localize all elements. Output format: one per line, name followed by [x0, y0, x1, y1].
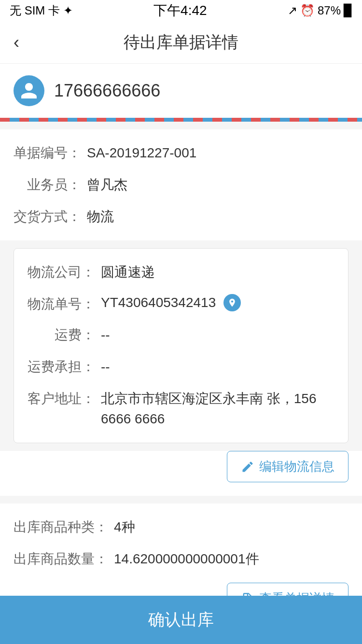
edit-logistics-label: 编辑物流信息 — [259, 458, 334, 475]
confirm-bar[interactable]: 确认出库 — [0, 596, 362, 644]
goods-types-value: 4种 — [114, 517, 348, 537]
salesman-value: 曾凡杰 — [87, 175, 348, 195]
delivery-label: 交货方式： — [14, 207, 81, 226]
battery-level: 87% — [318, 4, 341, 17]
customer-phone: 17666666666 — [54, 81, 160, 101]
delivery-row: 交货方式： 物流 — [14, 207, 348, 227]
goods-types-label: 出库商品种类： — [14, 517, 108, 536]
alarm-icon: ⏰ — [300, 4, 315, 17]
address-label: 客户地址： — [28, 389, 95, 408]
order-no-value: SA-20191227-001 — [87, 143, 348, 163]
goods-quantity-value: 14.620000000000001件 — [114, 549, 348, 569]
nav-bar: ‹ 待出库单据详情 — [0, 21, 362, 64]
freight-bearer-row: 运费承担： -- — [28, 357, 334, 377]
status-right: ↗ ⏰ 87% ▉ — [288, 4, 352, 17]
logistics-section: 物流公司： 圆通速递 物流单号： YT43064053424​13 运费： --… — [14, 248, 348, 443]
page-title: 待出库单据详情 — [124, 31, 238, 54]
address-row: 客户地址： 北京市市辖区海淀区永丰南 张，156 6666 6666 — [28, 389, 334, 429]
freight-label: 运费： — [28, 325, 95, 344]
salesman-row: 业务员： 曾凡杰 — [14, 175, 348, 195]
goods-quantity-row: 出库商品数量： 14.620000000000001件 — [14, 549, 348, 569]
location-icon[interactable] — [223, 294, 241, 311]
sim-status: 无 SIM 卡 ✦ — [10, 3, 73, 18]
status-time: 下午4:42 — [153, 1, 207, 20]
tracking-label: 物流单号： — [28, 294, 95, 313]
goods-section: 出库商品种类： 4种 出库商品数量： 14.620000000000001件 — [0, 504, 362, 583]
status-bar: 无 SIM 卡 ✦ 下午4:42 ↗ ⏰ 87% ▉ — [0, 0, 362, 21]
tracking-row: 物流单号： YT43064053424​13 — [28, 294, 334, 313]
customer-header: 17666666666 — [0, 64, 362, 118]
freight-row: 运费： -- — [28, 325, 334, 345]
freight-bearer-value: -- — [101, 357, 334, 377]
order-no-row: 单据编号： SA-20191227-001 — [14, 143, 348, 163]
logistics-company-row: 物流公司： 圆通速递 — [28, 262, 334, 282]
user-icon — [19, 81, 39, 100]
gray-divider-1 — [0, 496, 362, 504]
tracking-value-row: YT43064053424​13 — [101, 294, 241, 311]
edit-btn-row: 编辑物流信息 — [0, 451, 362, 496]
back-button[interactable]: ‹ — [14, 32, 19, 53]
confirm-label: 确认出库 — [148, 609, 214, 631]
freight-value: -- — [101, 325, 334, 345]
address-value: 北京市市辖区海淀区永丰南 张，156 6666 6666 — [101, 389, 334, 429]
delivery-value: 物流 — [87, 207, 348, 227]
map-pin-icon — [227, 298, 237, 308]
avatar — [14, 75, 44, 106]
logistics-company-label: 物流公司： — [28, 262, 95, 281]
salesman-label: 业务员： — [14, 175, 81, 194]
dashed-separator — [0, 118, 362, 122]
tracking-value: YT43064053424​13 — [101, 295, 216, 310]
goods-quantity-label: 出库商品数量： — [14, 549, 108, 568]
goods-types-row: 出库商品种类： 4种 — [14, 517, 348, 537]
logistics-company-value: 圆通速递 — [101, 262, 334, 282]
order-no-label: 单据编号： — [14, 143, 81, 162]
location-indicator: ↗ — [288, 4, 297, 17]
order-info-section: 单据编号： SA-20191227-001 业务员： 曾凡杰 交货方式： 物流 — [0, 129, 362, 240]
freight-bearer-label: 运费承担： — [28, 357, 95, 376]
edit-icon — [241, 460, 254, 474]
status-left: 无 SIM 卡 ✦ — [10, 3, 73, 18]
battery-icon: ▉ — [344, 4, 352, 17]
edit-logistics-button[interactable]: 编辑物流信息 — [227, 451, 348, 482]
